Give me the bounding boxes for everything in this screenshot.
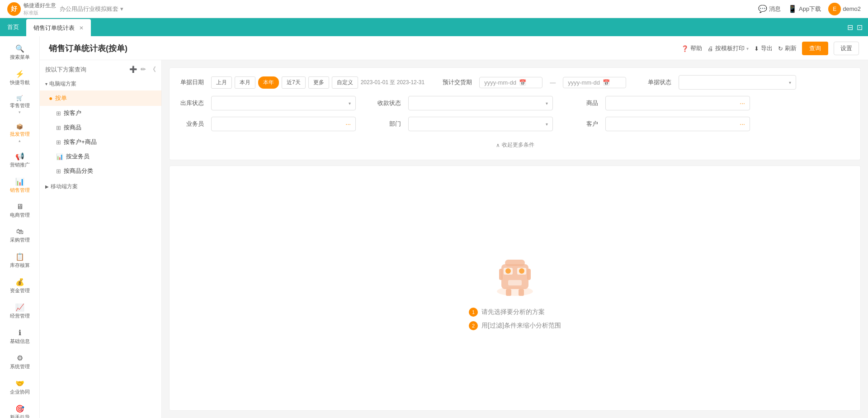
goods-more-icon[interactable]: ···: [740, 100, 745, 107]
sidebar-item-sales-mgmt[interactable]: 📊 销售管理: [0, 173, 39, 198]
goods-select[interactable]: ···: [605, 96, 750, 110]
sidebar-label-quick-nav: 快捷导航: [10, 79, 30, 86]
user-area[interactable]: E demo2: [828, 3, 861, 15]
expected-delivery-end[interactable]: yyyy-mm-dd 📅: [563, 77, 626, 88]
template-print-button[interactable]: 🖨 按模板打印 ▾: [708, 44, 749, 52]
tree-item-by-goods[interactable]: ⊞ 按商品: [40, 120, 161, 135]
sidebar-item-ecommerce-mgmt[interactable]: 🖥 电商管理: [0, 198, 39, 223]
message-button[interactable]: 💬 消息: [758, 5, 781, 13]
purchase-mgmt-icon: 🛍: [16, 228, 24, 236]
sidebar-label-inventory: 库存核算: [10, 262, 30, 269]
breadcrumb-arrow[interactable]: ▾: [120, 5, 123, 12]
sidebar-item-finance-mgmt[interactable]: 💰 资金管理: [0, 273, 39, 299]
tab-bar: 首页 销售订单统计表 ✕ ⊟ ⊡: [0, 18, 868, 36]
customer-label: 客户: [571, 120, 598, 128]
collapse-button[interactable]: ∧ 收起更多条件: [496, 141, 534, 149]
salesperson-more-icon[interactable]: ···: [345, 120, 351, 128]
edit-scheme-icon[interactable]: ✏: [141, 66, 146, 74]
tab-home[interactable]: 首页: [0, 18, 26, 36]
date-btn-last-month[interactable]: 上月: [211, 76, 232, 89]
payment-status-select[interactable]: ▾: [408, 96, 553, 110]
operation-mgmt-icon: 📈: [15, 303, 24, 312]
app-download-icon: 📱: [788, 5, 797, 13]
date-btn-last-7[interactable]: 近7天: [282, 76, 306, 89]
new-guide-icon: 🎯: [15, 404, 24, 413]
settings-button[interactable]: 设置: [834, 42, 859, 55]
by-goods-icon: ⊞: [56, 124, 61, 131]
sidebar-label-ecommerce-mgmt: 电商管理: [10, 212, 30, 218]
sidebar-item-purchase-mgmt[interactable]: 🛍 采购管理: [0, 223, 39, 248]
sidebar-label-wholesale-mgmt: 批发管理: [10, 131, 30, 138]
add-scheme-icon[interactable]: ➕: [129, 66, 137, 74]
tree-item-by-goods-category[interactable]: ⊞ 按商品分类: [40, 164, 161, 178]
sidebar-label-purchase-mgmt: 采购管理: [10, 237, 30, 243]
sidebar-item-retail-mgmt[interactable]: 🛒 零售管理 ▾: [0, 90, 39, 119]
refresh-icon: ↻: [778, 45, 783, 52]
sidebar-label-retail-mgmt: 零售管理: [10, 102, 30, 109]
tab-sales-order-stats[interactable]: 销售订单统计表 ✕: [26, 19, 91, 37]
sidebar-item-new-guide[interactable]: 🎯 新手引导: [0, 400, 39, 418]
app-download-button[interactable]: 📱 App下载: [788, 5, 821, 13]
date-btn-this-month[interactable]: 本月: [235, 76, 255, 89]
query-button[interactable]: 查询: [802, 42, 828, 55]
date-btn-this-year[interactable]: 本年: [258, 76, 279, 89]
by-customer-goods-icon: ⊞: [56, 139, 61, 146]
tree-item-by-salesperson[interactable]: 📊 按业务员: [40, 149, 161, 164]
tip-2-text: 用[过滤]条件来缩小分析范围: [481, 322, 561, 330]
collapse-panel-icon[interactable]: 《: [150, 66, 156, 74]
refresh-button[interactable]: ↻ 刷新: [778, 44, 797, 52]
tip-1-num: 1: [469, 308, 478, 317]
sidebar-item-marketing[interactable]: 📢 营销推广: [0, 147, 39, 173]
empty-tip-2: 2 用[过滤]条件来缩小分析范围: [469, 321, 561, 330]
help-button[interactable]: ❓ 帮助: [681, 44, 702, 52]
breadcrumb-text: 办公用品行业模拟账套: [60, 5, 118, 13]
sidebar-item-enterprise-collab[interactable]: 🤝 企业协同: [0, 375, 39, 400]
sidebar-label-finance-mgmt: 资金管理: [10, 287, 30, 294]
finance-mgmt-icon: 💰: [15, 278, 24, 286]
sidebar-item-operation-mgmt[interactable]: 📈 经营管理: [0, 299, 39, 324]
tab-close-icon[interactable]: ✕: [79, 25, 84, 31]
tree-section-mobile[interactable]: ▶ 移动端方案: [40, 180, 161, 193]
out-status-label: 出库状态: [177, 99, 204, 107]
tree-section-desktop[interactable]: ▾ 电脑端方案: [40, 77, 161, 90]
out-status-select[interactable]: ▾: [211, 96, 356, 110]
tree-item-by-customer-goods[interactable]: ⊞ 按客户+商品: [40, 135, 161, 149]
sidebar: 🔍 搜索菜单 ⚡ 快捷导航 🛒 零售管理 ▾ 📦 批发管理 ▴ 📢 营销推广 📊…: [0, 36, 40, 418]
content-area: 销售订单统计表(按单) ❓ 帮助 🖨 按模板打印 ▾ ⬇ 导出: [40, 36, 868, 418]
expected-delivery-start[interactable]: yyyy-mm-dd 📅: [479, 77, 542, 88]
sidebar-label-basic-info: 基础信息: [10, 338, 30, 345]
sidebar-item-inventory[interactable]: 📋 库存核算: [0, 248, 39, 273]
by-salesperson-label: 按业务员: [66, 152, 90, 161]
sidebar-item-basic-info[interactable]: ℹ 基础信息: [0, 324, 39, 349]
quick-nav-icon: ⚡: [15, 70, 24, 78]
sidebar-label-new-guide: 新手引导: [10, 414, 30, 418]
marketing-icon: 📢: [15, 152, 24, 161]
sidebar-label-system-mgmt: 系统管理: [10, 363, 30, 370]
single-status-select[interactable]: ▾: [679, 75, 796, 90]
tab-minimize-icon[interactable]: ⊟: [847, 23, 853, 32]
export-button[interactable]: ⬇ 导出: [754, 44, 773, 52]
sidebar-item-wholesale-mgmt[interactable]: 📦 批发管理 ▴: [0, 119, 39, 147]
right-panel: 单据日期 上月 本月 本年 近7天 更多 自定义 2023-01-01 至 20…: [162, 60, 868, 418]
left-panel-header: 按以下方案查询 ➕ ✏ 《: [40, 66, 161, 77]
salesperson-select[interactable]: ···: [211, 117, 356, 131]
wholesale-mgmt-icon: 📦: [16, 124, 23, 130]
single-status-arrow: ▾: [789, 80, 791, 85]
date-btn-custom[interactable]: 自定义: [332, 76, 358, 89]
sidebar-item-system-mgmt[interactable]: ⚙ 系统管理: [0, 349, 39, 375]
svg-rect-5: [499, 269, 503, 280]
sidebar-item-search-menu[interactable]: 🔍 搜索菜单: [0, 40, 39, 65]
sidebar-item-quick-nav[interactable]: ⚡ 快捷导航: [0, 65, 39, 90]
date-btn-more[interactable]: 更多: [308, 76, 329, 89]
sidebar-label-search-menu: 搜索菜单: [10, 54, 30, 61]
tree-item-by-single[interactable]: ● 按单: [40, 90, 161, 106]
main-layout: 🔍 搜索菜单 ⚡ 快捷导航 🛒 零售管理 ▾ 📦 批发管理 ▴ 📢 营销推广 📊…: [0, 36, 868, 418]
by-goods-label: 按商品: [64, 124, 81, 132]
sidebar-label-operation-mgmt: 经营管理: [10, 313, 30, 319]
customer-select[interactable]: ···: [605, 117, 750, 131]
customer-more-icon[interactable]: ···: [740, 120, 745, 128]
tree-item-by-customer[interactable]: ⊞ 按客户: [40, 106, 161, 120]
department-select[interactable]: ▾: [408, 117, 553, 131]
by-goods-category-icon: ⊞: [56, 168, 61, 175]
tab-maximize-icon[interactable]: ⊡: [857, 23, 863, 32]
